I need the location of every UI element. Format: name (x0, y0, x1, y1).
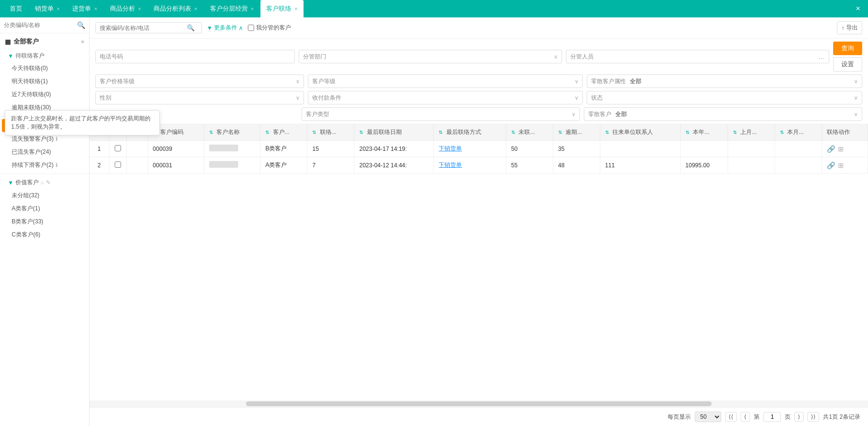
page-prefix-label: 第 (754, 413, 760, 421)
sidebar-all-customers[interactable]: ▦ 全部客户 » (0, 33, 89, 50)
cell-name (204, 157, 260, 174)
next-page-button[interactable]: ⟩ (794, 412, 804, 422)
prev-page-button[interactable]: ⟨ (741, 412, 750, 422)
edit2-icon[interactable]: ✎ (46, 179, 50, 186)
action-grid-icon[interactable]: ⊞ (838, 145, 844, 153)
name-blurred (209, 145, 238, 151)
action-grid-icon[interactable]: ⊞ (838, 162, 844, 169)
cell-checkbox[interactable] (109, 157, 126, 174)
nav-customer-contact[interactable]: 客户联络 × (260, 0, 303, 17)
per-page-select[interactable]: 50 100 200 (695, 411, 721, 422)
col-unit-contact[interactable]: ⇅ 往来单位联系人 (600, 124, 680, 141)
settings-button[interactable]: 设置 (833, 57, 862, 72)
nav-product-analysis[interactable]: 商品分析 × (104, 0, 147, 17)
cell-settings (126, 141, 148, 157)
cell-last-contact-method[interactable]: 下销货单 (434, 157, 506, 174)
sidebar-item-today[interactable]: 今天待联络(0) (0, 62, 89, 75)
sidebar-item-grade-c[interactable]: C类客户(6) (0, 228, 89, 241)
filter-price-grade[interactable]: 客户价格等级 ∨ (95, 74, 304, 88)
col-this-month[interactable]: ⇅ 本月... (775, 124, 822, 141)
window-close-button[interactable]: × (852, 4, 864, 13)
filter-gender[interactable]: 性别 ∨ (95, 91, 304, 104)
col-uncontacted[interactable]: ⇅ 未联... (506, 124, 553, 141)
search-field[interactable]: 🔍 (95, 22, 202, 33)
filter-dept[interactable]: 分管部门 ∨ (299, 50, 562, 63)
edit-icon[interactable]: ○ (41, 180, 44, 186)
nav-sales-order[interactable]: 销货单 × (29, 0, 65, 17)
first-page-button[interactable]: ⟨⟨ (725, 412, 737, 422)
sidebar-item-grade-a[interactable]: A类客户(1) (0, 202, 89, 215)
last-page-button[interactable]: ⟩⟩ (807, 412, 819, 422)
sidebar-item-declining[interactable]: 持续下滑客户(2) ℹ (0, 159, 89, 172)
nav-customer-tier[interactable]: 客户分层经营 × (204, 0, 259, 17)
sort-icon: ⇅ (733, 130, 737, 135)
filter-icon: ▼ (207, 25, 213, 31)
cell-checkbox[interactable] (109, 141, 126, 157)
col-contact-count[interactable]: ⇅ 联络... (307, 124, 354, 141)
nav-product-analysis-list[interactable]: 商品分析列表 × (148, 0, 203, 17)
sort-icon: ⇅ (558, 130, 562, 135)
row-checkbox[interactable] (115, 145, 121, 151)
close-icon[interactable]: × (94, 6, 97, 12)
cell-name (204, 141, 260, 157)
horizontal-scrollbar[interactable] (90, 400, 868, 407)
cell-unit-contact: 111 (600, 157, 680, 174)
action-link-icon[interactable]: 🔗 (827, 145, 835, 153)
sidebar-search-bar[interactable]: 🔍 (0, 17, 89, 33)
col-last-contact-method[interactable]: ⇅ 最后联络方式 (434, 124, 506, 141)
cell-contact-count: 15 (307, 141, 354, 157)
page-number-input[interactable] (763, 412, 781, 422)
sort-icon: ⇅ (209, 130, 213, 135)
close-icon[interactable]: × (294, 6, 297, 12)
col-overdue[interactable]: ⇅ 逾期... (553, 124, 600, 141)
filter-payment[interactable]: 收付款条件 ∨ (308, 91, 583, 104)
sidebar-item-grade-b[interactable]: B类客户(33) (0, 215, 89, 228)
sidebar-group-value[interactable]: ▼ 价值客户 ○ ✎ (0, 176, 89, 189)
col-last-month[interactable]: ⇅ 上月... (728, 124, 775, 141)
cell-this-year (680, 141, 728, 157)
chevron-down-icon: ∨ (575, 95, 579, 101)
cell-last-contact-method[interactable]: 下销货单 (434, 141, 506, 157)
my-customers-checkbox-area[interactable]: 我分管的客户 (248, 24, 291, 32)
col-customer-name[interactable]: ⇅ 客户名称 (204, 124, 260, 141)
sort-icon: ⇅ (359, 130, 363, 135)
filter-phone[interactable]: 电话号码 (95, 50, 295, 63)
nav-purchase-order[interactable]: 进货单 × (66, 0, 103, 17)
cell-last-month (728, 157, 775, 174)
sidebar-item-lost[interactable]: 已流失客户(24) (0, 146, 89, 159)
sidebar-item-7days[interactable]: 近7天待联络(0) (0, 88, 89, 101)
sidebar-group-pending[interactable]: ▼ 待联络客户 (0, 50, 89, 62)
col-category[interactable]: ⇅ 客户... (260, 124, 307, 141)
filter-retail-attr[interactable]: 零散客户属性 全部 ∨ (587, 74, 862, 88)
cell-code: 000031 (148, 157, 204, 174)
chevron-up-icon: ∧ (239, 25, 243, 31)
sidebar-search-input[interactable] (4, 22, 77, 29)
more-icon[interactable]: … (818, 53, 825, 60)
close-icon[interactable]: × (194, 6, 197, 12)
cell-category: A类客户 (260, 157, 307, 174)
filter-customer-type[interactable]: 客户类型 ∨ (302, 107, 580, 121)
chevron-down-icon: ∨ (854, 78, 858, 85)
filter-customer-grade[interactable]: 客户等级 ∨ (308, 74, 583, 88)
close-icon[interactable]: × (251, 6, 254, 12)
close-icon[interactable]: × (57, 6, 60, 12)
close-icon[interactable]: × (138, 6, 141, 12)
filter-status[interactable]: 状态 ∨ (587, 91, 862, 104)
sidebar-item-ungrouped[interactable]: 未分组(32) (0, 189, 89, 202)
row-checkbox[interactable] (115, 162, 121, 168)
more-conditions-button[interactable]: ▼ 更多条件 ∧ (207, 24, 243, 32)
cell-contact-count: 7 (307, 157, 354, 174)
search-input[interactable] (100, 25, 187, 31)
my-customers-checkbox[interactable] (248, 25, 254, 31)
col-last-contact-date[interactable]: ⇅ 最后联络日期 (354, 124, 434, 141)
col-this-year[interactable]: ⇅ 本年... (680, 124, 728, 141)
export-button[interactable]: ↑ 导出 (837, 21, 862, 34)
sort-icon: ⇅ (265, 130, 269, 135)
filter-retail-customer[interactable]: 零散客户 全部 ∨ (584, 107, 862, 121)
sidebar-item-tomorrow[interactable]: 明天待联络(1) (0, 75, 89, 88)
filter-manager[interactable]: 分管人员 … (566, 50, 829, 63)
query-button[interactable]: 查询 (833, 42, 862, 55)
scrollbar-thumb[interactable] (246, 401, 712, 406)
nav-home[interactable]: 首页 (4, 0, 28, 17)
action-link-icon[interactable]: 🔗 (827, 162, 835, 169)
